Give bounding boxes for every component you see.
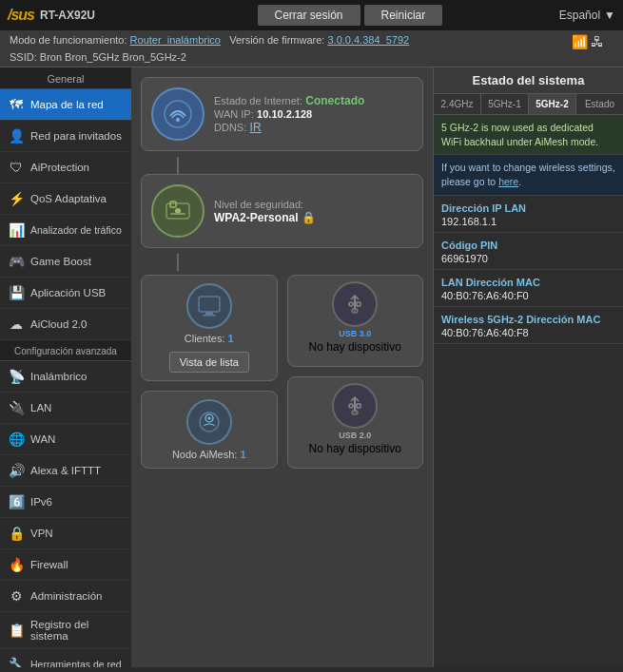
advanced-section-label: Configuración avanzada	[0, 340, 131, 361]
tab-2_4ghz[interactable]: 2.4GHz	[434, 94, 481, 114]
wireless-mac-value: 40:B0:76:A6:40:F8	[441, 326, 615, 339]
wireless-mac-label: Wireless 5GHz-2 Dirección MAC	[441, 311, 615, 326]
sidebar-item-qos[interactable]: ⚡ QoS Adaptativa	[0, 183, 131, 215]
alexa-icon: 🔊	[8, 462, 25, 479]
map-icon: 🗺	[8, 96, 25, 113]
usb-nodes: USB 3.0 No hay dispositivo	[287, 275, 424, 469]
lang-selector[interactable]: Español ▼	[559, 9, 615, 22]
svg-rect-17	[352, 411, 358, 414]
sidebar-item-firewall[interactable]: 🔥 Firewall	[0, 549, 131, 581]
sidebar-item-lan[interactable]: 🔌 LAN	[0, 393, 131, 424]
status-panel-title: Estado del sistema	[434, 67, 623, 94]
sidebar-item-wan[interactable]: 🌐 WAN	[0, 424, 131, 455]
sidebar-label-wan: WAN	[30, 433, 55, 445]
svg-rect-8	[203, 315, 216, 317]
top-buttons: Cerrar sesión Reiniciar	[141, 5, 559, 26]
status-tabs: 2.4GHz 5GHz-1 5GHz-2 Estado	[434, 94, 623, 115]
sidebar-label-administracion: Administración	[30, 590, 102, 602]
pin-label: Código PIN	[441, 237, 615, 252]
svg-rect-7	[205, 312, 213, 315]
tab-5ghz2[interactable]: 5GHz-2	[529, 94, 576, 114]
sidebar: General 🗺 Mapa de la red 👤 Red para invi…	[0, 67, 131, 667]
svg-rect-6	[199, 297, 220, 312]
sidebar-item-administracion[interactable]: ⚙ Administración	[0, 581, 131, 612]
mode-label: Modo de funcionamiento:	[10, 34, 127, 46]
info-bar-line1: Modo de funcionamiento: Router_inalámbri…	[10, 34, 613, 49]
internet-status-label: Estado de Internet: Conectado	[214, 94, 413, 107]
sidebar-item-mapa-red[interactable]: 🗺 Mapa de la red	[0, 89, 131, 121]
sidebar-item-herramientas[interactable]: 🔧 Herramientas de red	[0, 649, 131, 667]
router-node: Estado de Internet: Conectado WAN IP: 10…	[141, 77, 423, 151]
usb-icon: 💾	[8, 284, 25, 301]
restart-button[interactable]: Reiniciar	[364, 5, 443, 26]
status-section-lan-mac: LAN Dirección MAC 40:B0:76:A6:40:F0	[434, 270, 623, 307]
router-info: Estado de Internet: Conectado WAN IP: 10…	[214, 94, 413, 134]
clients-label: Clientes: 1	[185, 333, 234, 344]
alert-here-link[interactable]: here	[498, 176, 518, 187]
lan-mac-value: 40:B0:76:A6:40:F0	[441, 289, 615, 302]
tab-5ghz1[interactable]: 5GHz-1	[481, 94, 529, 114]
sidebar-label-herramientas: Herramientas de red	[30, 659, 122, 667]
ddns-link[interactable]: IR	[250, 121, 262, 134]
svg-point-12	[349, 302, 353, 306]
alert-text2: If you want to change wireless settings,…	[441, 162, 615, 187]
vpn-icon: 🔒	[8, 525, 25, 542]
top-bar: /sus RT-AX92U Cerrar sesión Reiniciar Es…	[0, 0, 623, 30]
firmware-value[interactable]: 3.0.0.4.384_5792	[327, 34, 409, 46]
ipv6-icon: 6️⃣	[8, 493, 25, 510]
sidebar-item-red-invitados[interactable]: 👤 Red para invitados	[0, 121, 131, 152]
aimesh-icon	[186, 399, 232, 445]
log-icon: 📋	[8, 622, 25, 639]
usb2-status: No hay dispositivo	[309, 442, 401, 455]
wan-ip-value: 10.10.2.128	[257, 108, 312, 120]
mode-value[interactable]: Router_inalámbrico	[130, 34, 221, 46]
security-node: Nivel de seguridad: WPA2-Personal 🔒	[141, 174, 423, 248]
usb3-icon	[332, 281, 378, 327]
sidebar-item-usb-app[interactable]: 💾 Aplicación USB	[0, 278, 131, 309]
alert-text1: 5 GHz-2 is now used as dedicated WiFi ba…	[441, 122, 598, 147]
svg-point-1	[176, 118, 180, 122]
ddns-row: DDNS: IR	[214, 121, 413, 134]
usb3-badge: USB 3.0	[339, 329, 371, 338]
lang-label: Español	[559, 9, 600, 22]
wan-ip-row: WAN IP: 10.10.2.128	[214, 107, 413, 121]
asus-logo: /sus	[8, 7, 34, 24]
clients-count: 1	[228, 333, 234, 344]
sidebar-label-qos: QoS Adaptativa	[30, 193, 107, 204]
sidebar-item-aicloud[interactable]: ☁ AiCloud 2.0	[0, 309, 131, 340]
sidebar-item-inalambrico[interactable]: 📡 Inalámbrico	[0, 361, 131, 393]
ssid-label: SSID:	[10, 51, 37, 63]
icon-settings2: 🖧	[591, 34, 604, 49]
sidebar-label-mapa-red: Mapa de la red	[30, 99, 104, 110]
info-bar: Modo de funcionamiento: Router_inalámbri…	[0, 30, 623, 67]
sidebar-item-ipv6[interactable]: 6️⃣ IPv6	[0, 487, 131, 518]
sidebar-label-registro: Registro del sistema	[30, 619, 124, 642]
logo-area: /sus RT-AX92U	[8, 7, 141, 24]
lan-ip-label: Dirección IP LAN	[441, 200, 615, 215]
main-layout: General 🗺 Mapa de la red 👤 Red para invi…	[0, 67, 623, 667]
sidebar-item-aiprotection[interactable]: 🛡 AiProtection	[0, 152, 131, 183]
info-bar-line2: SSID: Bron Bron_5GHz Bron_5GHz-2	[10, 51, 613, 63]
sidebar-label-analizador: Analizador de tráfico	[30, 224, 122, 236]
lock-icon: 🔒	[302, 211, 316, 224]
sidebar-item-registro[interactable]: 📋 Registro del sistema	[0, 612, 131, 649]
shield-icon: 🛡	[8, 159, 25, 176]
connector-v2	[177, 254, 179, 271]
wifi-icon: 📡	[8, 368, 25, 385]
tab-estado[interactable]: Estado	[576, 94, 623, 114]
info-bar-icons: 📶 🖧	[572, 34, 604, 49]
sidebar-item-analizador[interactable]: 📊 Analizador de tráfico	[0, 215, 131, 246]
sidebar-item-alexa[interactable]: 🔊 Alexa & IFTTT	[0, 455, 131, 487]
sidebar-item-gameboost[interactable]: 🎮 Game Boost	[0, 246, 131, 278]
usb2-icon	[332, 383, 378, 429]
vista-lista-button[interactable]: Vista de lista	[169, 352, 249, 373]
sidebar-item-vpn[interactable]: 🔒 VPN	[0, 518, 131, 549]
status-alert2: If you want to change wireless settings,…	[434, 155, 623, 195]
status-panel: Estado del sistema 2.4GHz 5GHz-1 5GHz-2 …	[433, 67, 623, 667]
logout-button[interactable]: Cerrar sesión	[258, 5, 360, 26]
ssid-values: Bron Bron_5GHz Bron_5GHz-2	[40, 51, 186, 63]
security-icon	[151, 184, 204, 238]
cloud-icon: ☁	[8, 316, 25, 333]
qos-icon: ⚡	[8, 190, 25, 207]
traffic-icon: 📊	[8, 221, 25, 239]
